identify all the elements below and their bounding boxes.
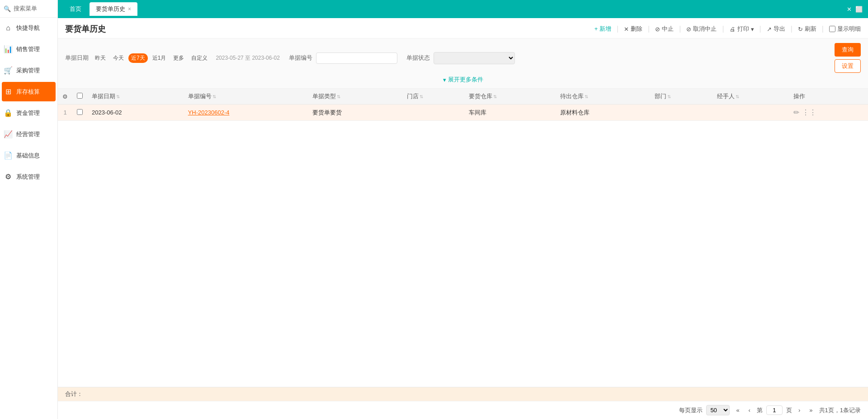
order-no-label: 单据编号 [289, 54, 312, 62]
sep7: | [822, 25, 824, 33]
table-header-row: ⚙ 单据日期⇅ 单据编号⇅ 单据类型⇅ 门店⇅ 要货仓库⇅ 待出仓库⇅ 部门⇅ … [58, 89, 868, 105]
export-label: 导出 [774, 25, 785, 33]
gear-icon: ⚙ [4, 172, 13, 181]
print-button[interactable]: 🖨 打印 ▾ [730, 25, 754, 33]
display-detail-checkbox[interactable] [829, 26, 835, 32]
new-button[interactable]: + 新增 [594, 25, 611, 33]
tab-close-icon[interactable]: × [128, 6, 131, 12]
sep2: | [648, 25, 650, 33]
sidebar-item-quick-nav[interactable]: ⌂ 快捷导航 [0, 18, 57, 38]
sidebar-item-inventory[interactable]: ⊞ 库存核算 [2, 82, 56, 101]
delete-button[interactable]: ✕ 删除 [624, 25, 642, 33]
sidebar-search-label: 搜索菜单 [14, 5, 37, 13]
sort-icon-department[interactable]: ⇅ [667, 94, 671, 99]
sidebar-search[interactable]: 🔍 搜索菜单 [0, 0, 57, 18]
row-req-warehouse: 车间库 [464, 105, 556, 121]
trend-icon: 📈 [4, 130, 13, 138]
sidebar-item-system[interactable]: ⚙ 系统管理 [0, 166, 57, 187]
col-gear[interactable]: ⚙ [58, 89, 72, 105]
main-area: 首页 要货单历史 × ✕ ⬜ 要货单历史 + 新增 | ✕ 删除 | ⊘ [58, 0, 868, 419]
date-btn-last7days[interactable]: 近7天 [128, 53, 148, 63]
sort-icon-handler[interactable]: ⇅ [736, 94, 739, 99]
row-order-type: 要货单要货 [308, 105, 402, 121]
refresh-label: 刷新 [805, 25, 816, 33]
sidebar-item-sales[interactable]: 📊 销售管理 [0, 38, 57, 60]
col-action-label: 操作 [793, 93, 805, 100]
table-footer: 合计： [58, 387, 868, 401]
row-edit-icon[interactable]: ✏ [793, 108, 799, 117]
page-input[interactable] [766, 405, 783, 415]
expand-more-button[interactable]: ▾ 展开更多条件 [65, 76, 861, 84]
sort-icon-store[interactable]: ⇅ [420, 94, 423, 99]
page-size-select[interactable]: 50 10 20 100 [706, 405, 730, 415]
col-date-label: 单据日期 [92, 93, 115, 100]
print-icon: 🖨 [730, 26, 736, 33]
sort-icon-order-type[interactable]: ⇅ [337, 94, 340, 99]
col-store: 门店⇅ [402, 89, 465, 105]
date-btn-yesterday[interactable]: 昨天 [92, 53, 108, 63]
col-handler-label: 经手人 [717, 93, 735, 100]
sidebar-item-operation[interactable]: 📈 经营管理 [0, 124, 57, 145]
row-department [650, 105, 712, 121]
sort-icon-order-no[interactable]: ⇅ [212, 94, 216, 99]
row-order-no[interactable]: YH-20230602-4 [184, 105, 308, 121]
display-detail-toggle[interactable]: 显示明细 [829, 25, 861, 33]
order-no-input[interactable] [316, 52, 397, 64]
refresh-button[interactable]: ↻ 刷新 [798, 25, 816, 33]
col-handler: 经手人⇅ [712, 89, 789, 105]
tab-home[interactable]: 首页 [63, 2, 88, 16]
date-btn-custom[interactable]: 自定义 [189, 53, 210, 63]
date-btn-last-month[interactable]: 近1月 [150, 53, 169, 63]
content-area: 要货单历史 + 新增 | ✕ 删除 | ⊘ 中止 | ⊘ 取消中止 | [58, 18, 868, 419]
sort-icon-req-warehouse[interactable]: ⇅ [493, 94, 497, 99]
print-label: 打印 [737, 25, 749, 33]
tab-history[interactable]: 要货单历史 × [90, 2, 137, 16]
lock-icon: 🔒 [4, 109, 13, 117]
row-checkbox[interactable] [77, 109, 83, 115]
status-select[interactable] [434, 52, 515, 64]
query-button[interactable]: 查询 [835, 43, 861, 57]
sort-icon-pending-warehouse[interactable]: ⇅ [585, 94, 588, 99]
sidebar-item-label: 基础信息 [16, 152, 40, 160]
date-btn-more[interactable]: 更多 [170, 53, 187, 63]
date-btn-today[interactable]: 今天 [110, 53, 127, 63]
cancel-stop-label: 取消中止 [693, 25, 717, 33]
sort-icon-date[interactable]: ⇅ [116, 94, 120, 99]
export-icon: ↗ [767, 26, 772, 33]
toolbar: + 新增 | ✕ 删除 | ⊘ 中止 | ⊘ 取消中止 | 🖨 [594, 25, 861, 33]
first-page-btn[interactable]: « [733, 406, 742, 414]
topbar-maximize-icon[interactable]: ⬜ [855, 6, 863, 13]
order-no-filter-group: 单据编号 [289, 52, 397, 64]
print-dropdown-icon: ▾ [751, 26, 754, 33]
stop-button[interactable]: ⊘ 中止 [655, 25, 674, 33]
sidebar-item-purchase[interactable]: 🛒 采购管理 [0, 60, 57, 81]
search-icon: 🔍 [4, 5, 11, 12]
next-page-btn[interactable]: › [796, 406, 803, 414]
setting-button[interactable]: 设置 [835, 59, 861, 73]
row-more-icon[interactable]: ⋮⋮ [802, 108, 816, 117]
col-pending-warehouse-label: 待出仓库 [560, 93, 584, 100]
sidebar-item-basic[interactable]: 📄 基础信息 [0, 145, 57, 166]
col-department: 部门⇅ [650, 89, 712, 105]
cancel-stop-button[interactable]: ⊘ 取消中止 [686, 25, 717, 33]
export-button[interactable]: ↗ 导出 [767, 25, 785, 33]
cart-icon: 🛒 [4, 66, 13, 75]
sidebar-item-label: 库存核算 [16, 88, 40, 96]
page-label: 第 [757, 406, 763, 414]
sidebar-item-finance[interactable]: 🔒 资金管理 [0, 102, 57, 124]
page-title: 要货单历史 [65, 24, 106, 34]
home-icon: ⌂ [4, 24, 13, 32]
select-all-checkbox[interactable] [77, 93, 83, 99]
topbar-right: ✕ ⬜ [847, 6, 863, 13]
main-table: ⚙ 单据日期⇅ 单据编号⇅ 单据类型⇅ 门店⇅ 要货仓库⇅ 待出仓库⇅ 部门⇅ … [58, 89, 868, 121]
prev-page-btn[interactable]: ‹ [746, 406, 753, 414]
status-filter-group: 单据状态 [406, 52, 515, 64]
last-page-btn[interactable]: » [807, 406, 815, 414]
order-no-link[interactable]: YH-20230602-4 [188, 109, 230, 116]
topbar: 首页 要货单历史 × ✕ ⬜ [58, 0, 868, 18]
topbar-close-icon[interactable]: ✕ [847, 6, 852, 13]
sep3: | [679, 25, 681, 33]
col-department-label: 部门 [655, 93, 666, 100]
col-order-no-label: 单据编号 [188, 93, 212, 100]
sep4: | [722, 25, 724, 33]
